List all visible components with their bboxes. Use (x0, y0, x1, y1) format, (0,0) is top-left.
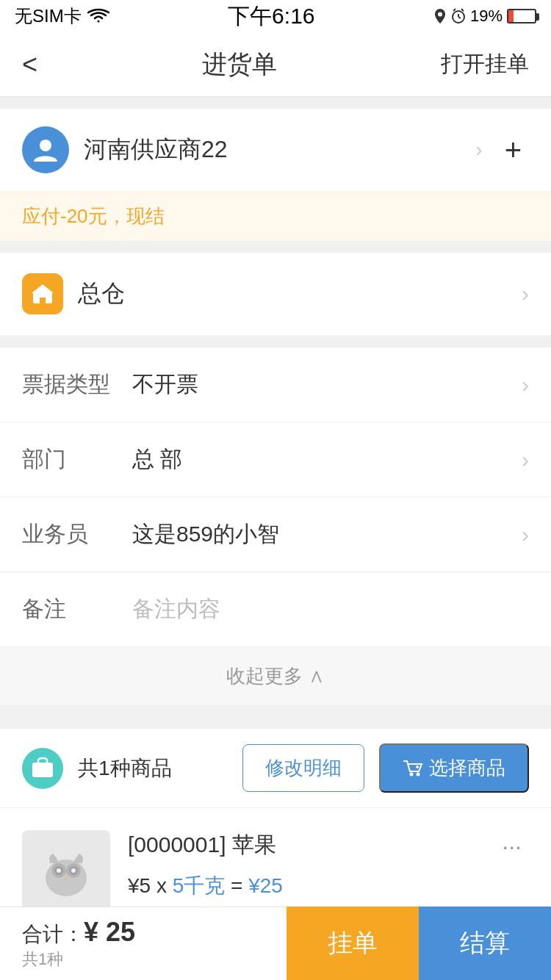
ticket-type-row[interactable]: 票据类型 不开票 › (0, 347, 551, 422)
open-pending-button[interactable]: 打开挂单 (441, 49, 529, 79)
bottom-summary: 合计：¥ 25 共1种 (0, 907, 287, 980)
select-product-label: 选择商品 (429, 755, 505, 781)
product-more-button[interactable]: ··· (494, 830, 529, 863)
products-icon (22, 748, 63, 789)
product-total: ¥25 (248, 874, 283, 897)
form-card: 票据类型 不开票 › 部门 总 部 › 业务员 这是859的小智 › 备注 备注… (0, 347, 551, 647)
products-header: 共1种商品 修改明细 选择商品 (0, 729, 551, 807)
supplier-avatar (22, 126, 69, 173)
add-supplier-button[interactable]: + (497, 134, 529, 167)
product-price: ¥5 x 5千克 = ¥25 (128, 872, 494, 900)
department-label: 部门 (22, 444, 125, 475)
warehouse-row[interactable]: 总仓 › (0, 253, 551, 336)
ticket-type-value: 不开票 (125, 370, 522, 400)
collapse-toggle[interactable]: 收起更多 ∧ (0, 647, 551, 705)
svg-point-6 (40, 140, 51, 151)
warehouse-icon (22, 273, 63, 314)
divider-3 (0, 336, 551, 347)
svg-line-3 (458, 17, 461, 18)
warehouse-name: 总仓 (78, 278, 522, 310)
equals-label: = (225, 874, 248, 897)
back-button[interactable]: < (22, 49, 37, 80)
supplier-chevron-icon: › (475, 138, 482, 162)
total-amount: 合计：¥ 25 (22, 917, 264, 948)
svg-rect-9 (40, 298, 46, 303)
product-info: [0000001] 苹果 ¥5 x 5千克 = ¥25 (128, 830, 494, 900)
price-label: ¥5 x (128, 874, 173, 897)
svg-point-21 (71, 868, 76, 873)
divider-1 (0, 97, 551, 109)
battery-icon (507, 9, 536, 24)
product-qty: 5千克 (173, 874, 226, 897)
owl-logo-icon (37, 845, 96, 904)
supplier-name: 河南供应商22 (84, 134, 475, 166)
total-label: 合计： (22, 923, 84, 945)
svg-line-5 (461, 9, 464, 11)
remark-value[interactable]: 备注内容 (125, 594, 529, 624)
checkout-button[interactable]: 结算 (419, 907, 551, 980)
status-time: 下午6:16 (228, 1, 314, 32)
product-thumbnail (22, 830, 110, 918)
supplier-row[interactable]: 河南供应商22 › + (0, 109, 551, 191)
remark-row[interactable]: 备注 备注内容 (0, 572, 551, 647)
products-count: 共1种商品 (78, 754, 228, 782)
checkout-label: 结算 (460, 926, 510, 960)
product-name: [0000001] 苹果 (128, 830, 494, 860)
status-right: 19% (433, 7, 536, 26)
wifi-icon (87, 8, 109, 24)
remark-label: 备注 (22, 594, 125, 624)
bottom-bar: 合计：¥ 25 共1种 挂单 结算 (0, 907, 551, 980)
svg-point-11 (410, 772, 414, 776)
warehouse-chevron-icon: › (522, 281, 529, 306)
cart-icon (403, 760, 423, 777)
select-product-button[interactable]: 选择商品 (379, 743, 529, 793)
department-value: 总 部 (125, 444, 522, 475)
location-icon (433, 8, 447, 24)
svg-point-0 (438, 12, 442, 17)
ticket-type-chevron-icon: › (522, 372, 529, 397)
salesman-value: 这是859的小智 (125, 519, 522, 550)
salesman-row[interactable]: 业务员 这是859的小智 › (0, 497, 551, 572)
carrier-label: 无SIM卡 (15, 4, 82, 28)
divider-2 (0, 241, 551, 253)
total-value: ¥ 25 (84, 917, 135, 947)
hang-label: 挂单 (328, 926, 378, 960)
product-title: 苹果 (232, 832, 276, 857)
department-chevron-icon: › (522, 447, 529, 472)
nav-bar: < 进货单 打开挂单 (0, 32, 551, 97)
collapse-label: 收起更多 ∧ (226, 663, 324, 689)
ticket-type-label: 票据类型 (22, 370, 125, 400)
supplier-card: 河南供应商22 › + 应付-20元，现结 (0, 109, 551, 241)
svg-point-12 (417, 772, 420, 776)
status-left: 无SIM卡 (15, 4, 109, 28)
edit-detail-button[interactable]: 修改明细 (242, 744, 364, 792)
main-content: 河南供应商22 › + 应付-20元，现结 总仓 › 票据类型 不开票 › 部门… (0, 97, 551, 980)
hang-button[interactable]: 挂单 (287, 907, 419, 980)
svg-rect-10 (32, 763, 53, 777)
supplier-notice: 应付-20元，现结 (0, 192, 551, 241)
salesman-chevron-icon: › (522, 522, 529, 547)
department-row[interactable]: 部门 总 部 › (0, 422, 551, 497)
alarm-icon (451, 8, 466, 24)
divider-4 (0, 705, 551, 717)
svg-marker-8 (32, 284, 54, 293)
svg-point-20 (57, 868, 61, 873)
page-title: 进货单 (202, 48, 277, 82)
salesman-label: 业务员 (22, 519, 125, 550)
svg-line-4 (453, 9, 455, 11)
status-bar: 无SIM卡 下午6:16 19% (0, 0, 551, 32)
product-code: [0000001] (128, 832, 226, 857)
battery-label: 19% (470, 7, 503, 26)
total-count: 共1种 (22, 948, 264, 970)
